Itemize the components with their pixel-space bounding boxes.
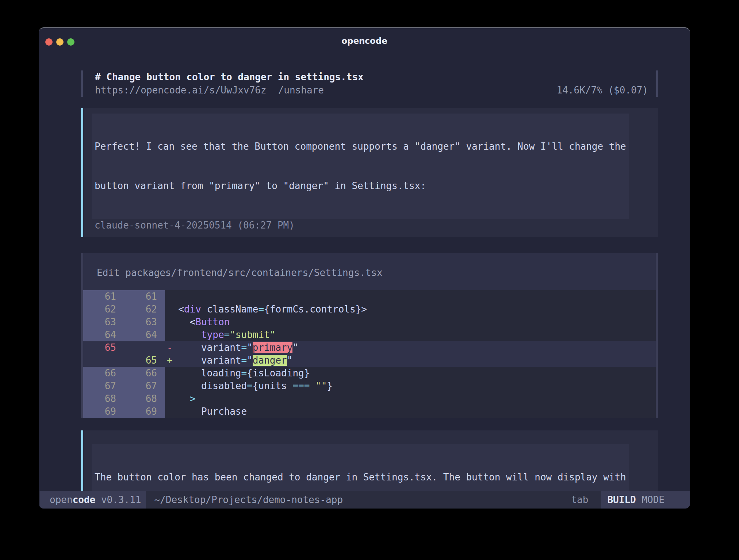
unshare-command[interactable]: /unshare bbox=[278, 84, 324, 97]
working-directory: ~/Desktop/Projects/demo-notes-app bbox=[154, 494, 343, 505]
minimize-button[interactable] bbox=[56, 38, 64, 46]
old-line-number: 69 bbox=[83, 405, 124, 418]
code-line bbox=[165, 290, 656, 303]
session-title: # Change button color to danger in setti… bbox=[95, 70, 656, 84]
new-line-number: 68 bbox=[124, 392, 165, 405]
message-paragraph: Perfect! I can see that the Button compo… bbox=[92, 114, 629, 219]
code-line: <div className={formCs.controls}> bbox=[165, 303, 656, 316]
status-bar: opencode v0.3.11 ~/Desktop/Projects/demo… bbox=[39, 491, 690, 509]
new-line-number: 61 bbox=[124, 290, 165, 303]
new-line-number: 64 bbox=[124, 329, 165, 341]
token-usage: 14.6K/7% ($0.07) bbox=[557, 84, 656, 97]
diff-row: 6868 > bbox=[83, 392, 656, 405]
new-line-number: 67 bbox=[124, 380, 165, 392]
old-line-number: 62 bbox=[83, 303, 124, 316]
window-title: opencode bbox=[341, 36, 387, 46]
old-line-number: 67 bbox=[83, 380, 124, 392]
diff-row: 6666 loading={isLoading} bbox=[83, 367, 656, 380]
diff-row: 6464 type="submit" bbox=[83, 329, 656, 341]
new-line-number: 65 bbox=[124, 354, 165, 367]
diff-row: 6262 <div className={formCs.controls}> bbox=[83, 303, 656, 316]
new-line-number: 63 bbox=[124, 316, 165, 329]
old-line-number: 66 bbox=[83, 367, 124, 380]
new-line-number: 62 bbox=[124, 303, 165, 316]
new-line-number: 66 bbox=[124, 367, 165, 380]
zoom-button[interactable] bbox=[67, 38, 74, 46]
edit-file-title: Edit packages/frontend/src/containers/Se… bbox=[83, 253, 656, 290]
diff-row: 65- variant="primary" bbox=[83, 341, 656, 354]
diff-row: 6767 disabled={units === ""} bbox=[83, 380, 656, 392]
new-line-number: 69 bbox=[124, 405, 165, 418]
old-line-number: 64 bbox=[83, 329, 124, 341]
mode-primary: BUILD bbox=[607, 494, 636, 505]
diff-row: 6363 <Button bbox=[83, 316, 656, 329]
old-line-number: 63 bbox=[83, 316, 124, 329]
session-content: # Change button color to danger in setti… bbox=[39, 70, 690, 509]
app-version-chip: opencode v0.3.11 bbox=[40, 491, 146, 509]
session-header: # Change button color to danger in setti… bbox=[81, 70, 658, 97]
mode-secondary: MODE bbox=[642, 494, 665, 505]
code-line: type="submit" bbox=[165, 329, 656, 341]
old-line-number: 68 bbox=[83, 392, 124, 405]
message-line: button variant from "primary" to "danger… bbox=[95, 179, 626, 192]
mode-toggle[interactable]: BUILD MODE bbox=[601, 491, 690, 509]
code-line: disabled={units === ""} bbox=[165, 380, 656, 392]
code-line: + variant="danger" bbox=[165, 354, 656, 367]
code-line: Purchase bbox=[165, 405, 656, 418]
code-line: <Button bbox=[165, 316, 656, 329]
diff-row: 65+ variant="danger" bbox=[83, 354, 656, 367]
message-line: The button color has been changed to dan… bbox=[95, 471, 626, 484]
code-line: loading={isLoading} bbox=[165, 367, 656, 380]
message-line: Perfect! I can see that the Button compo… bbox=[95, 140, 626, 153]
brand-code: code bbox=[73, 494, 96, 505]
old-line-number bbox=[83, 354, 124, 367]
diff-row: 6161 bbox=[83, 290, 656, 303]
message-meta: claude-sonnet-4-20250514 (06:27 PM) bbox=[92, 219, 658, 232]
assistant-message: Perfect! I can see that the Button compo… bbox=[81, 108, 658, 237]
app-version: v0.3.11 bbox=[101, 494, 141, 505]
tab-key-hint[interactable]: tab bbox=[571, 494, 588, 505]
code-line: - variant="primary" bbox=[165, 341, 656, 354]
brand-open: open bbox=[50, 494, 73, 505]
old-line-number: 65 bbox=[83, 341, 124, 354]
traffic-lights bbox=[45, 38, 74, 46]
old-line-number: 61 bbox=[83, 290, 124, 303]
diff-view: 61616262 <div className={formCs.controls… bbox=[83, 290, 656, 418]
edit-tool-block: Edit packages/frontend/src/containers/Se… bbox=[81, 253, 658, 418]
share-url[interactable]: https://opencode.ai/s/UwJxv76z bbox=[95, 84, 267, 97]
title-bar: opencode bbox=[39, 28, 690, 54]
opencode-window: opencode # Change button color to danger… bbox=[39, 27, 690, 509]
session-subline: https://opencode.ai/s/UwJxv76z /unshare … bbox=[95, 84, 656, 97]
close-button[interactable] bbox=[45, 38, 53, 46]
code-line: > bbox=[165, 392, 656, 405]
diff-row: 6969 Purchase bbox=[83, 405, 656, 418]
new-line-number bbox=[124, 341, 165, 354]
